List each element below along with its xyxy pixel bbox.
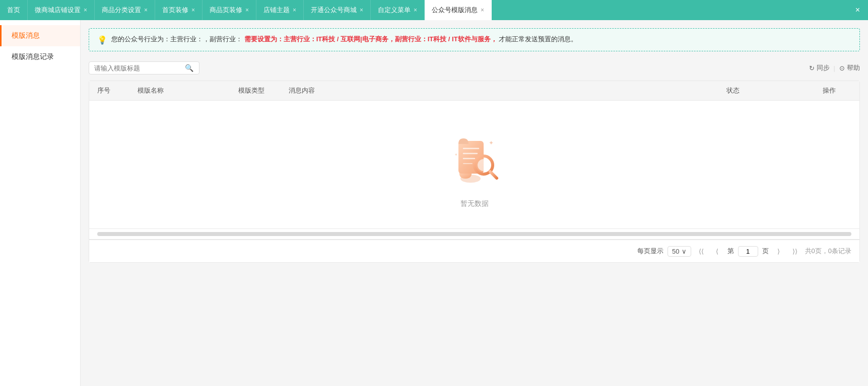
sync-button[interactable]: ↻ 同步 [809, 63, 830, 72]
page-label: 第 [727, 247, 734, 256]
th-action: 操作 [799, 81, 859, 100]
close-icon[interactable]: × [144, 7, 148, 14]
chevron-down-icon: ∨ [682, 248, 687, 255]
main-layout: 模版消息 模版消息记录 💡 您的公众号行业为：主营行业：，副营行业： 需要设置为… [0, 20, 868, 386]
last-page-button[interactable]: ⟩⟩ [789, 245, 801, 257]
data-table: 序号 模版名称 模版类型 消息内容 状态 操作 [89, 81, 860, 263]
svg-text:✦: ✦ [489, 139, 494, 146]
alert-suffix: 才能正常发送预置的消息。 [499, 35, 577, 43]
th-name: 模版名称 [129, 81, 230, 100]
sidebar-item-template-msg[interactable]: 模版消息 [0, 25, 80, 46]
th-status: 状态 [718, 81, 799, 100]
search-left: 🔍 [89, 61, 199, 74]
page-input[interactable] [738, 246, 758, 257]
close-icon[interactable]: × [293, 7, 296, 14]
pagination: 每页显示 50 ∨ ⟨⟨ ⟨ 第 页 ⟩ ⟩⟩ 共0页，0条记录 [89, 240, 860, 263]
prev-page-button[interactable]: ⟨ [711, 245, 723, 257]
close-icon[interactable]: × [360, 7, 363, 14]
nav-tab-category[interactable]: 商品分类设置 × [95, 0, 155, 20]
close-icon[interactable]: × [414, 7, 417, 14]
nav-tab-open-mall[interactable]: 开通公众号商城 × [304, 0, 371, 20]
help-button[interactable]: ⊙ 帮助 [839, 63, 860, 72]
nav-tab-micro-shop[interactable]: 微商城店铺设置 × [28, 0, 95, 20]
scrollbar-track[interactable] [97, 232, 851, 236]
help-icon: ⊙ [839, 64, 845, 72]
alert-prefix: 您的公众号行业为：主营行业：，副营行业： [111, 35, 242, 43]
search-input-wrap: 🔍 [89, 61, 199, 74]
empty-state: ✦ ✦ 暂无数据 [89, 101, 860, 229]
scrollbar-area [89, 229, 860, 240]
alert-banner: 💡 您的公众号行业为：主营行业：，副营行业： 需要设置为：主营行业：IT科技 /… [89, 28, 860, 51]
nav-tab-home[interactable]: 首页 [0, 0, 28, 20]
sidebar-item-template-record[interactable]: 模版消息记录 [0, 46, 80, 67]
table-header: 序号 模版名称 模版类型 消息内容 状态 操作 [89, 81, 860, 101]
th-type: 模版类型 [230, 81, 281, 100]
search-bar: 🔍 ↻ 同步 | ⊙ 帮助 [89, 61, 860, 74]
divider: | [834, 64, 835, 72]
next-page-button[interactable]: ⟩ [773, 245, 785, 257]
svg-line-8 [490, 172, 497, 178]
svg-text:✦: ✦ [454, 152, 458, 157]
empty-text: 暂无数据 [460, 199, 489, 208]
content-area: 💡 您的公众号行业为：主营行业：，副营行业： 需要设置为：主营行业：IT科技 /… [81, 20, 868, 386]
page-size-label: 每页显示 [637, 247, 663, 256]
page-size-select[interactable]: 50 ∨ [667, 246, 691, 257]
search-right: ↻ 同步 | ⊙ 帮助 [809, 63, 860, 72]
page-unit: 页 [762, 247, 769, 256]
alert-highlight: 需要设置为：主营行业：IT科技 / 互联网|电子商务，副营行业：IT科技 / I… [244, 35, 497, 43]
nav-tab-custom-menu[interactable]: 自定义菜单 × [371, 0, 425, 20]
search-icon[interactable]: 🔍 [185, 64, 193, 72]
nav-tab-shop-theme[interactable]: 店铺主题 × [256, 0, 304, 20]
close-icon[interactable]: × [481, 7, 484, 14]
total-info: 共0页，0条记录 [805, 247, 851, 256]
nav-tab-product-decor[interactable]: 商品页装修 × [203, 0, 256, 20]
first-page-button[interactable]: ⟨⟨ [695, 245, 707, 257]
th-content: 消息内容 [281, 81, 718, 100]
nav-tab-home-decor[interactable]: 首页装修 × [155, 0, 203, 20]
empty-illustration: ✦ ✦ [444, 131, 505, 191]
close-icon[interactable]: × [245, 7, 249, 14]
search-input[interactable] [94, 64, 185, 72]
close-icon[interactable]: × [84, 7, 87, 14]
top-nav: 首页 微商城店铺设置 × 商品分类设置 × 首页装修 × 商品页装修 × 店铺主… [0, 0, 868, 20]
sync-icon: ↻ [809, 64, 815, 72]
global-close-button[interactable]: × [847, 6, 868, 15]
th-seq: 序号 [89, 81, 129, 100]
nav-tab-template-msg[interactable]: 公众号模版消息 × [425, 0, 492, 20]
svg-point-7 [478, 159, 490, 171]
sidebar: 模版消息 模版消息记录 [0, 20, 81, 386]
lightbulb-icon: 💡 [97, 35, 107, 45]
close-icon[interactable]: × [191, 7, 195, 14]
